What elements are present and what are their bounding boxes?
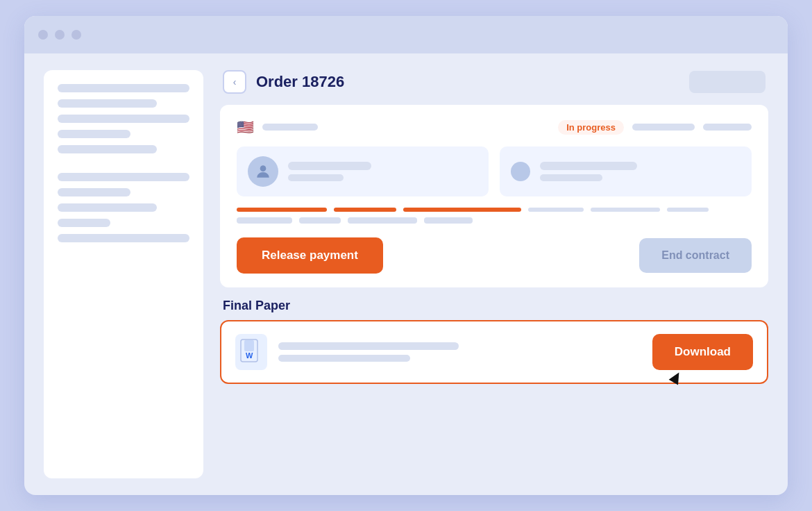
user-info [288,162,371,181]
file-name-skeleton [278,342,459,350]
left-skeleton-4 [58,130,130,138]
user-detail-skeleton [288,174,344,181]
browser-dot-2 [55,30,65,40]
status-row: 🇺🇸 In progress [237,119,752,135]
end-contract-button[interactable]: End contract [639,238,752,273]
progress-bar-6 [667,208,709,212]
progress-labels [237,217,752,224]
prog-label-sk-3 [348,217,417,224]
browser-content: ‹ Order 18726 🇺🇸 In progress [24,53,788,495]
user-avatar [248,156,278,187]
progress-section [237,208,752,224]
left-skeleton-10 [58,234,189,242]
page-header: ‹ Order 18726 [220,70,768,94]
prog-label-sk-2 [299,217,341,224]
status-skeletons [262,124,550,131]
main-panel: ‹ Order 18726 🇺🇸 In progress [220,70,768,478]
payment-icon [511,162,530,181]
progress-bar-4 [528,208,584,212]
user-card [237,146,489,196]
left-skeleton-2 [58,99,157,108]
file-meta-skeleton [278,355,410,362]
progress-bar-3 [403,208,521,212]
progress-bar-5 [591,208,660,212]
payment-card [500,146,752,196]
left-skeleton-8 [58,203,157,212]
download-button[interactable]: Download [652,334,753,370]
final-paper-title: Final Paper [220,299,768,313]
left-skeleton-6 [58,173,189,181]
progress-bar-1 [237,208,327,212]
browser-dot-3 [71,30,81,40]
word-file-icon: W [235,334,267,370]
header-action-skeleton [689,71,766,93]
prog-label-sk-4 [424,217,473,224]
svg-rect-2 [244,340,254,351]
left-skeleton-3 [58,115,189,123]
chevron-left-icon: ‹ [233,76,237,87]
release-payment-button[interactable]: Release payment [237,237,383,274]
back-button[interactable]: ‹ [223,70,246,94]
prog-label-sk-1 [237,217,292,224]
payment-sk2 [540,174,602,181]
status-sk-2 [632,124,695,131]
progress-bar-2 [334,208,396,212]
payment-sk1 [540,162,637,170]
left-skeleton-7 [58,188,130,196]
progress-bars [237,208,752,212]
svg-text:W: W [246,351,253,360]
action-row: Release payment End contract [237,235,752,274]
user-info-row [237,146,752,196]
left-skeleton-5 [58,145,157,153]
file-info [278,342,641,362]
status-sk-3 [703,124,752,131]
left-panel [44,70,203,478]
left-skeleton-1 [58,84,189,92]
final-paper-card: W Download [220,320,768,384]
flag-icon: 🇺🇸 [237,119,254,135]
user-name-skeleton [288,162,371,170]
browser-window: ‹ Order 18726 🇺🇸 In progress [24,16,788,495]
final-paper-section: Final Paper W [220,299,768,384]
status-badge: In progress [558,120,624,135]
svg-point-0 [260,165,267,171]
page-title: Order 18726 [256,73,344,91]
status-sk-1 [262,124,318,131]
order-card: 🇺🇸 In progress [220,105,768,287]
browser-titlebar [24,16,788,53]
browser-dot-1 [38,30,48,40]
payment-info [540,162,637,181]
left-skeleton-9 [58,219,110,227]
